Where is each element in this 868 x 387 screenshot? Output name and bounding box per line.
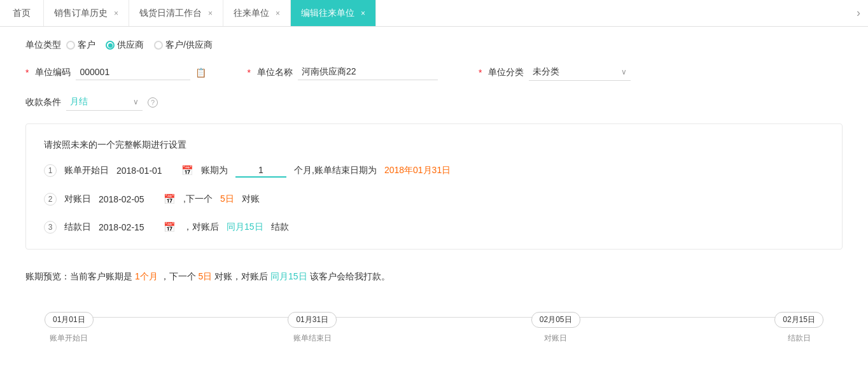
date-value-2: 2018-02-05 (99, 194, 156, 204)
date-value-1: 2018-01-01 (116, 165, 174, 176)
unit-code-input[interactable] (76, 64, 190, 80)
row1-suffix-before: 账期为 (201, 165, 228, 176)
preview-prefix: 账期预览：当前客户账期是 (25, 271, 132, 281)
row3-highlight: 同月15日 (227, 222, 263, 233)
tab-more-button[interactable]: › (849, 0, 868, 26)
unit-type-radios: 客户 供应商 客户/供应商 (66, 39, 213, 51)
tab-home[interactable]: 首页 (0, 0, 44, 26)
timeline-label-4: 结款日 (788, 333, 811, 344)
unit-name-input[interactable] (298, 64, 438, 80)
row-label-2: 对账日 (64, 194, 91, 205)
unit-category-value: 未分类 (533, 66, 559, 78)
copy-icon[interactable]: 📋 (195, 67, 206, 78)
preview-payment: 同月15日 (270, 271, 307, 281)
unit-fields-row: * 单位编码 📋 * 单位名称 * 单位分类 未分类 ∨ (25, 64, 843, 81)
row1-highlight: 2018年01月31日 (384, 165, 451, 176)
row3-suffix: 结款 (271, 222, 289, 233)
unit-type-label: 单位类型 (25, 39, 61, 51)
tab-partner-close[interactable]: × (276, 9, 280, 18)
unit-name-required: * (247, 67, 250, 78)
row2-highlight: 5日 (220, 194, 234, 205)
settings-section: 请按照未来的一个完整帐期进行设置 1 账单开始日 2018-01-01 📅 账期… (25, 123, 843, 250)
tab-daily-workbench-label: 钱货日清工作台 (139, 8, 202, 19)
radio-customer-label: 客户 (78, 39, 95, 51)
payment-condition-group: 收款条件 月结 ∨ ? (25, 94, 158, 111)
setting-row-1: 1 账单开始日 2018-01-01 📅 账期为 个月,账单结束日期为 2018… (44, 164, 824, 178)
timeline-date-1: 01月01日 (45, 312, 94, 328)
calendar-icon-1[interactable]: 📅 (181, 165, 193, 176)
timeline-point-3: 02月05日 对账日 (531, 312, 580, 344)
unit-category-select[interactable]: 未分类 ∨ (529, 64, 631, 81)
section-title: 请按照未来的一个完整帐期进行设置 (44, 139, 824, 151)
radio-supplier-circle (106, 41, 115, 50)
radio-supplier-label: 供应商 (117, 39, 144, 51)
radio-both-label: 客户/供应商 (165, 39, 213, 51)
unit-category-group: * 单位分类 未分类 ∨ (479, 64, 631, 81)
row2-prefix: ,下一个 (183, 194, 213, 205)
preview-period: 1个月 (135, 271, 158, 281)
row-label-3: 结款日 (64, 222, 91, 233)
preview-reconcile: 5日 (198, 271, 212, 281)
tabs-bar: 首页 销售订单历史 × 钱货日清工作台 × 往来单位 × 编辑往来单位 × › (0, 0, 868, 27)
chevron-down-icon: ∨ (621, 67, 627, 76)
date-value-3: 2018-02-15 (99, 222, 156, 232)
preview-suffix: 该客户会给我打款。 (310, 271, 390, 281)
tab-partner[interactable]: 往来单位 × (223, 0, 291, 26)
row-num-3: 3 (44, 221, 57, 234)
timeline-point-2: 01月31日 账单结束日 (288, 312, 337, 344)
timeline-label-3: 对账日 (544, 333, 567, 344)
setting-row-2: 2 对账日 2018-02-05 📅 ,下一个 5日 对账 (44, 193, 824, 206)
unit-code-required: * (25, 67, 29, 78)
tab-partner-label: 往来单位 (234, 8, 269, 19)
timeline-date-4: 02月15日 (774, 312, 823, 328)
tab-edit-partner-close[interactable]: × (361, 9, 365, 18)
unit-name-group: * 单位名称 (247, 64, 437, 80)
timeline-label-1: 账单开始日 (50, 333, 88, 344)
calendar-icon-3[interactable]: 📅 (164, 222, 176, 233)
radio-both[interactable]: 客户/供应商 (154, 39, 213, 51)
radio-supplier[interactable]: 供应商 (106, 39, 144, 51)
payment-condition-select[interactable]: 月结 ∨ (66, 94, 143, 111)
tab-edit-partner-label: 编辑往来单位 (301, 8, 354, 19)
unit-name-label: 单位名称 (257, 67, 293, 78)
row-num-1: 1 (44, 164, 57, 177)
payment-condition-row: 收款条件 月结 ∨ ? (25, 94, 843, 111)
unit-code-label: 单位编码 (35, 67, 71, 78)
row2-suffix: 对账 (242, 194, 260, 205)
payment-condition-label: 收款条件 (25, 97, 61, 108)
tab-sales-history[interactable]: 销售订单历史 × (44, 0, 129, 26)
main-content: 单位类型 客户 供应商 客户/供应商 * 单位编码 (0, 27, 868, 387)
preview-section: 账期预览：当前客户账期是 1个月 ，下一个 5日 对账，对账后 同月15日 该客… (25, 262, 843, 369)
period-input[interactable] (235, 164, 286, 178)
unit-type-group: 单位类型 客户 供应商 客户/供应商 (25, 39, 213, 51)
payment-condition-value: 月结 (70, 96, 88, 108)
timeline-points: 01月01日 账单开始日 01月31日 账单结束日 02月05日 对账日 02月… (45, 307, 823, 344)
unit-category-label: 单位分类 (488, 67, 524, 78)
radio-customer[interactable]: 客户 (66, 39, 95, 51)
tab-sales-history-label: 销售订单历史 (54, 8, 108, 19)
payment-chevron-icon: ∨ (133, 97, 139, 106)
preview-mid: ，下一个 (160, 271, 196, 281)
unit-code-group: * 单位编码 📋 (25, 64, 206, 80)
tab-daily-workbench[interactable]: 钱货日清工作台 × (129, 0, 223, 26)
timeline-label-2: 账单结束日 (293, 333, 332, 344)
row1-suffix-after: 个月,账单结束日期为 (294, 165, 377, 176)
unit-category-required: * (479, 67, 482, 78)
row3-prefix: ，对账后 (183, 222, 219, 233)
timeline-date-2: 01月31日 (288, 312, 337, 328)
unit-type-row: 单位类型 客户 供应商 客户/供应商 (25, 39, 843, 51)
preview-label: 账期预览：当前客户账期是 1个月 ，下一个 5日 对账，对账后 同月15日 该客… (25, 271, 843, 283)
setting-row-3: 3 结款日 2018-02-15 📅 ，对账后 同月15日 结款 (44, 221, 824, 234)
help-icon[interactable]: ? (148, 97, 158, 108)
timeline-point-4: 02月15日 结款日 (774, 312, 823, 344)
preview-mid2: 对账，对账后 (214, 271, 268, 281)
calendar-icon-2[interactable]: 📅 (164, 194, 176, 205)
timeline-date-3: 02月05日 (531, 312, 580, 328)
row-label-1: 账单开始日 (64, 165, 109, 176)
tab-sales-history-close[interactable]: × (114, 9, 118, 18)
radio-customer-circle (66, 41, 75, 50)
tab-home-label: 首页 (13, 8, 31, 19)
tab-daily-workbench-close[interactable]: × (208, 9, 213, 18)
row-num-2: 2 (44, 193, 57, 206)
tab-edit-partner[interactable]: 编辑往来单位 × (291, 0, 376, 26)
